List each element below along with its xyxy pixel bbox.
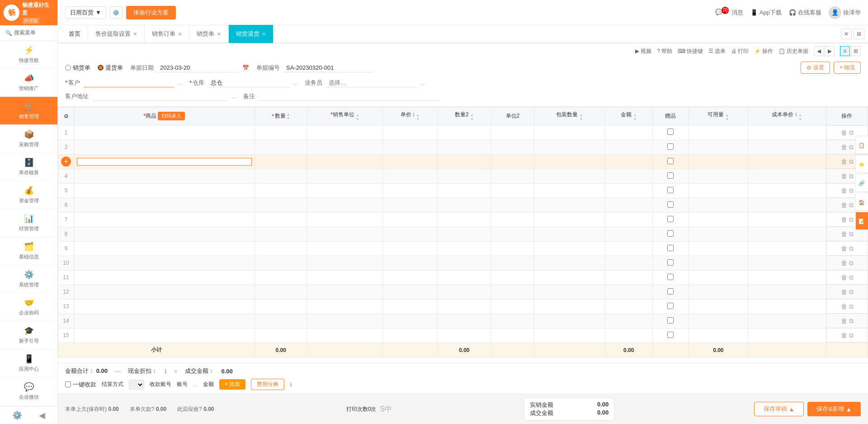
toolbar-print[interactable]: 🖨 打印 — [731, 48, 749, 55]
qty-cell[interactable] — [255, 328, 307, 343]
cost-price-cell[interactable] — [748, 212, 826, 227]
sidebar-item-apps[interactable]: 📱 应用中心 — [0, 349, 57, 377]
sidebar-item-sales[interactable]: 🛒 销售管理 — [0, 97, 57, 125]
product-cell[interactable] — [74, 140, 255, 154]
available-cell[interactable] — [689, 198, 748, 212]
amount-cell[interactable] — [605, 227, 652, 241]
sale-unit-cell[interactable] — [307, 169, 382, 183]
sale-unit-cell[interactable] — [307, 227, 382, 241]
copy-row-icon[interactable]: ⧉ — [849, 332, 854, 339]
add-payment-button[interactable]: + 添加 — [219, 379, 245, 390]
warehouse-select-btn[interactable]: ... — [293, 80, 297, 86]
cost-price-cell[interactable] — [748, 328, 826, 343]
sale-unit-cell[interactable] — [307, 285, 382, 299]
pack-qty-cell[interactable] — [534, 328, 605, 343]
copy-row-icon[interactable]: ⧉ — [849, 274, 854, 281]
product-cell[interactable] — [74, 125, 255, 140]
doc-number-input[interactable] — [283, 63, 374, 72]
delete-row-icon[interactable]: 🗑 — [841, 317, 847, 324]
delete-row-icon[interactable]: 🗑 — [841, 129, 847, 136]
qty2-cell[interactable] — [437, 154, 491, 169]
account-dots[interactable]: ... — [193, 381, 198, 388]
cost-price-cell[interactable] — [748, 256, 826, 270]
unit-price-cell[interactable] — [382, 125, 437, 140]
cost-price-cell[interactable] — [748, 169, 826, 183]
gift-cell[interactable] — [652, 169, 689, 183]
unit-price-cell[interactable] — [382, 270, 437, 285]
sidebar-item-quicknav[interactable]: ⚡ 快捷导航 — [0, 41, 57, 69]
delete-row-icon[interactable]: 🗑 — [841, 245, 847, 252]
sidebar-item-wechat[interactable]: 💬 企业微信 — [0, 377, 57, 405]
amount-cell[interactable] — [605, 299, 652, 314]
industry-selector[interactable]: 日用百货 ▼ — [65, 6, 106, 19]
unit-price-cell[interactable] — [382, 241, 437, 256]
qty2-cell[interactable] — [437, 140, 491, 154]
online-service-link[interactable]: 🎧 在线客服 — [789, 9, 821, 17]
available-cell[interactable] — [689, 183, 748, 198]
product-cell[interactable] — [74, 270, 255, 285]
qty-cell[interactable] — [255, 169, 307, 183]
product-cell[interactable] — [74, 183, 255, 198]
qty2-cell[interactable] — [437, 227, 491, 241]
unit2-cell[interactable] — [491, 285, 534, 299]
cost-price-cell[interactable] — [748, 227, 826, 241]
radio-sale-out[interactable]: 销货单 — [65, 64, 90, 72]
amount-cell[interactable] — [605, 212, 652, 227]
unit2-cell[interactable] — [491, 198, 534, 212]
qty2-cell[interactable] — [437, 212, 491, 227]
qty2-cell[interactable] — [437, 270, 491, 285]
calendar-icon[interactable]: 📅 — [242, 65, 249, 71]
qty2-cell[interactable] — [437, 256, 491, 270]
sidebar-item-operations[interactable]: 📊 经营管理 — [0, 209, 57, 237]
close-tab-button[interactable]: ✕ — [841, 29, 852, 39]
qty-cell[interactable] — [255, 299, 307, 314]
toolbar-help[interactable]: ? 帮助 — [657, 48, 672, 55]
qty2-cell[interactable] — [437, 299, 491, 314]
qty-cell[interactable] — [255, 125, 307, 140]
available-cell[interactable] — [689, 328, 748, 343]
address-select-btn[interactable]: ... — [231, 93, 236, 100]
settings-button[interactable]: ⚙️ — [110, 6, 123, 19]
delete-row-icon[interactable]: 🗑 — [841, 288, 847, 295]
delete-row-icon[interactable]: 🗑 — [841, 187, 847, 194]
unit2-cell[interactable] — [491, 183, 534, 198]
qty2-cell[interactable] — [437, 183, 491, 198]
product-cell[interactable] — [74, 169, 255, 183]
pack-qty-cell[interactable] — [534, 270, 605, 285]
delete-row-icon[interactable]: 🗑 — [841, 303, 847, 310]
toolbar-operate[interactable]: ⚡ 操作 — [754, 48, 773, 55]
unit2-cell[interactable] — [491, 270, 534, 285]
sale-unit-cell[interactable] — [307, 328, 382, 343]
qty2-cell[interactable] — [437, 169, 491, 183]
sale-unit-cell[interactable] — [307, 125, 382, 140]
available-cell[interactable] — [689, 125, 748, 140]
amount-cell[interactable] — [605, 285, 652, 299]
unit2-cell[interactable] — [491, 169, 534, 183]
pack-qty-cell[interactable] — [534, 198, 605, 212]
sale-unit-cell[interactable] — [307, 212, 382, 227]
radio-sale-return[interactable]: 退货单 — [98, 64, 123, 72]
gift-cell[interactable] — [652, 183, 689, 198]
sale-unit-cell[interactable] — [307, 256, 382, 270]
tab-home[interactable]: 首页 — [61, 25, 88, 43]
product-cell[interactable] — [74, 314, 255, 328]
qty-cell[interactable] — [255, 154, 307, 169]
float-btn-5[interactable]: 📝 — [855, 212, 868, 230]
float-btn-2[interactable]: ⭐ — [855, 155, 868, 173]
copy-row-icon[interactable]: ⧉ — [849, 187, 854, 195]
pack-qty-cell[interactable] — [534, 212, 605, 227]
unit2-cell[interactable] — [491, 256, 534, 270]
customer-input[interactable] — [84, 78, 174, 87]
grid-view-button[interactable]: ⊞ — [851, 46, 861, 56]
available-cell[interactable] — [689, 227, 748, 241]
available-cell[interactable] — [689, 154, 748, 169]
available-cell[interactable] — [689, 299, 748, 314]
sidebar-item-basic[interactable]: 🗂️ 基础信息 — [0, 237, 57, 265]
sidebar-item-finance[interactable]: 💰 资金管理 — [0, 181, 57, 209]
qty2-cell[interactable] — [437, 198, 491, 212]
delete-row-icon[interactable]: 🗑 — [841, 172, 847, 180]
copy-row-icon[interactable]: ⧉ — [849, 288, 854, 296]
pack-qty-cell[interactable] — [534, 169, 605, 183]
product-cell[interactable] — [74, 241, 255, 256]
pack-qty-cell[interactable] — [534, 299, 605, 314]
